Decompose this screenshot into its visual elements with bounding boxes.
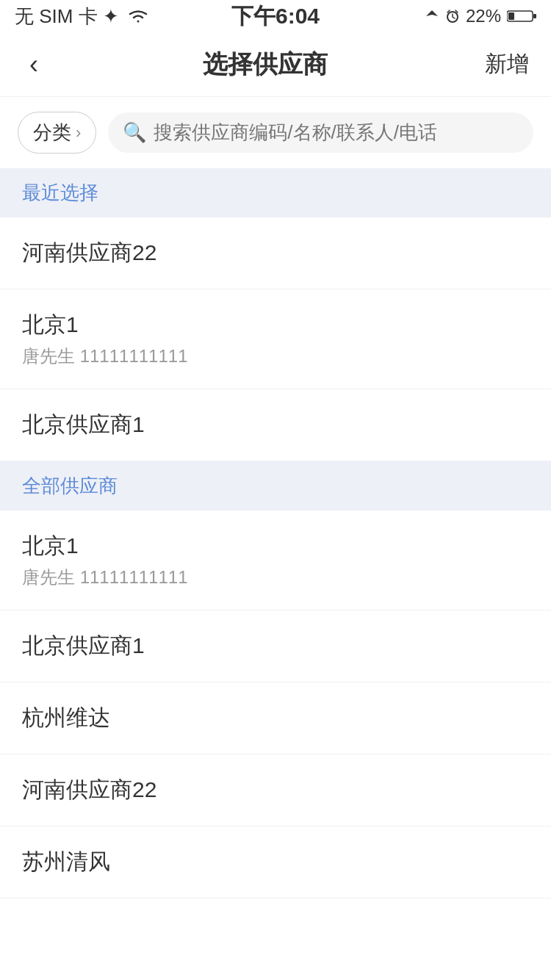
all-section-label: 全部供应商 bbox=[22, 475, 118, 497]
page-title: 选择供应商 bbox=[203, 48, 328, 82]
category-label: 分类 bbox=[33, 120, 71, 145]
battery-icon bbox=[507, 9, 536, 24]
status-left: 无 SIM 卡 ✦ bbox=[15, 4, 150, 29]
all-item-4[interactable]: 苏州清风 bbox=[0, 826, 551, 898]
category-filter-button[interactable]: 分类 › bbox=[18, 112, 96, 154]
back-button[interactable]: ‹ bbox=[22, 42, 46, 87]
all-item-0[interactable]: 北京1 唐先生 11111111111 bbox=[0, 511, 551, 610]
search-icon: 🔍 bbox=[123, 121, 146, 144]
new-action-button[interactable]: 新增 bbox=[485, 49, 529, 79]
all-section-header: 全部供应商 bbox=[0, 461, 551, 511]
recent-item-name-1: 北京1 bbox=[22, 310, 529, 340]
all-item-sub-0: 唐先生 11111111111 bbox=[22, 566, 529, 589]
recent-item-name-2: 北京供应商1 bbox=[22, 410, 529, 440]
svg-rect-3 bbox=[508, 12, 514, 20]
status-right: 22% bbox=[425, 6, 536, 26]
all-item-name-4: 苏州清风 bbox=[22, 847, 529, 877]
recent-section-label: 最近选择 bbox=[22, 181, 98, 203]
all-items-list: 北京1 唐先生 11111111111 北京供应商1 杭州维达 河南供应商22 … bbox=[0, 511, 551, 898]
battery-percent: 22% bbox=[466, 6, 501, 26]
recent-item-1[interactable]: 北京1 唐先生 11111111111 bbox=[0, 289, 551, 389]
recent-item-name-0: 河南供应商22 bbox=[22, 238, 529, 268]
chevron-right-icon: › bbox=[76, 123, 81, 143]
search-box: 🔍 bbox=[108, 112, 533, 153]
alarm-icon bbox=[445, 9, 460, 24]
all-item-1[interactable]: 北京供应商1 bbox=[0, 610, 551, 682]
all-item-name-0: 北京1 bbox=[22, 531, 529, 561]
recent-items-list: 河南供应商22 北京1 唐先生 11111111111 北京供应商1 bbox=[0, 217, 551, 461]
all-item-name-3: 河南供应商22 bbox=[22, 775, 529, 805]
all-item-name-2: 杭州维达 bbox=[22, 703, 529, 733]
filter-bar: 分类 › 🔍 bbox=[0, 97, 551, 168]
recent-item-0[interactable]: 河南供应商22 bbox=[0, 217, 551, 289]
status-bar: 无 SIM 卡 ✦ 下午6:04 22% bbox=[0, 0, 551, 32]
recent-item-sub-1: 唐先生 11111111111 bbox=[22, 345, 529, 368]
all-item-3[interactable]: 河南供应商22 bbox=[0, 754, 551, 826]
wifi-icon bbox=[126, 8, 150, 24]
status-time: 下午6:04 bbox=[231, 1, 320, 32]
svg-rect-2 bbox=[533, 14, 536, 18]
nav-bar: ‹ 选择供应商 新增 bbox=[0, 32, 551, 97]
all-item-name-1: 北京供应商1 bbox=[22, 631, 529, 661]
all-item-2[interactable]: 杭州维达 bbox=[0, 682, 551, 754]
recent-section-header: 最近选择 bbox=[0, 168, 551, 217]
search-input[interactable] bbox=[154, 121, 519, 144]
recent-item-2[interactable]: 北京供应商1 bbox=[0, 389, 551, 461]
no-sim-text: 无 SIM 卡 ✦ bbox=[15, 4, 119, 29]
location-icon bbox=[425, 9, 439, 24]
